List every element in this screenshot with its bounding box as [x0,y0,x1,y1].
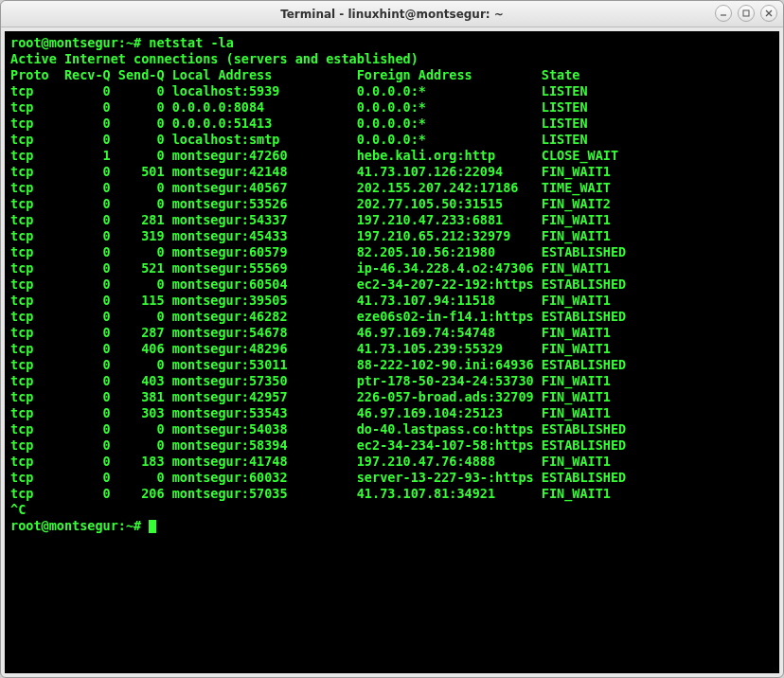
connection-row: tcp 1 0 montsegur:47260 hebe.kali.org:ht… [10,148,774,164]
window-controls [715,5,777,22]
connection-row: tcp 0 0 montsegur:53526 202.77.105.50:31… [10,196,774,212]
connection-row: tcp 0 406 montsegur:48296 41.73.105.239:… [10,341,774,357]
connection-row: tcp 0 521 montsegur:55569 ip-46.34.228.4… [10,260,774,277]
interrupt-line: ^C [10,502,774,518]
connection-row: tcp 0 0 montsegur:60504 ec2-34-207-22-19… [10,277,774,293]
connection-row: tcp 0 381 montsegur:42957 226-057-broad.… [10,389,774,405]
connection-row: tcp 0 0 0.0.0.0:8084 0.0.0.0:* LISTEN [10,99,774,116]
maximize-icon [742,9,750,17]
connection-rows: tcp 0 0 localhost:5939 0.0.0.0:* LISTENt… [10,83,774,502]
connection-row: tcp 0 0 montsegur:60579 82.205.10.56:219… [10,244,774,260]
close-icon [765,9,773,17]
prompt-path: ~ [126,518,134,533]
command-text: netstat -la [149,35,233,50]
terminal-window: Terminal - linuxhint@montsegur: ~ root@m… [0,0,784,678]
connection-row: tcp 0 115 montsegur:39505 41.73.107.94:1… [10,293,774,309]
connection-row: tcp 0 281 montsegur:54337 197.210.47.233… [10,212,774,228]
connection-row: tcp 0 0 localhost:smtp 0.0.0.0:* LISTEN [10,132,774,148]
prompt-symbol: # [134,35,141,50]
minimize-button[interactable] [715,5,732,22]
connection-row: tcp 0 501 montsegur:42148 41.73.107.126:… [10,164,774,180]
terminal-body[interactable]: root@montsegur:~# netstat -la Active Int… [5,31,779,673]
maximize-button[interactable] [738,5,755,22]
prompt-line: root@montsegur:~# netstat -la [10,35,774,51]
connection-row: tcp 0 403 montsegur:57350 ptr-178-50-234… [10,373,774,389]
connection-row: tcp 0 0 montsegur:46282 eze06s02-in-f14.… [10,309,774,325]
connection-row: tcp 0 183 montsegur:41748 197.210.47.76:… [10,454,774,470]
titlebar[interactable]: Terminal - linuxhint@montsegur: ~ [1,1,783,27]
window-title: Terminal - linuxhint@montsegur: ~ [280,8,504,21]
connection-row: tcp 0 0 montsegur:54038 do-40.lastpass.c… [10,421,774,437]
prompt-path: ~ [126,35,134,50]
connection-row: tcp 0 303 montsegur:53543 46.97.169.104:… [10,405,774,421]
prompt-user-host: root@montsegur [10,35,118,50]
connection-row: tcp 0 0 montsegur:53011 88-222-102-90.in… [10,357,774,373]
prompt-symbol: # [134,518,141,533]
header-line: Active Internet connections (servers and… [10,51,774,67]
connection-row: tcp 0 0 montsegur:58394 ec2-34-234-107-5… [10,437,774,454]
connection-row: tcp 0 319 montsegur:45433 197.210.65.212… [10,228,774,244]
connection-row: tcp 0 0 localhost:5939 0.0.0.0:* LISTEN [10,83,774,99]
prompt-line-2: root@montsegur:~# [10,518,774,534]
column-header: Proto Recv-Q Send-Q Local Address Foreig… [10,67,774,83]
cursor [149,520,156,533]
connection-row: tcp 0 0 0.0.0.0:51413 0.0.0.0:* LISTEN [10,116,774,132]
connection-row: tcp 0 0 montsegur:40567 202.155.207.242:… [10,180,774,196]
close-button[interactable] [760,5,777,22]
prompt-user-host: root@montsegur [10,518,118,533]
minimize-icon [720,9,727,17]
connection-row: tcp 0 206 montsegur:57035 41.73.107.81:3… [10,486,774,502]
connection-row: tcp 0 287 montsegur:54678 46.97.169.74:5… [10,325,774,341]
connection-row: tcp 0 0 montsegur:60032 server-13-227-93… [10,470,774,486]
svg-rect-1 [743,10,749,16]
